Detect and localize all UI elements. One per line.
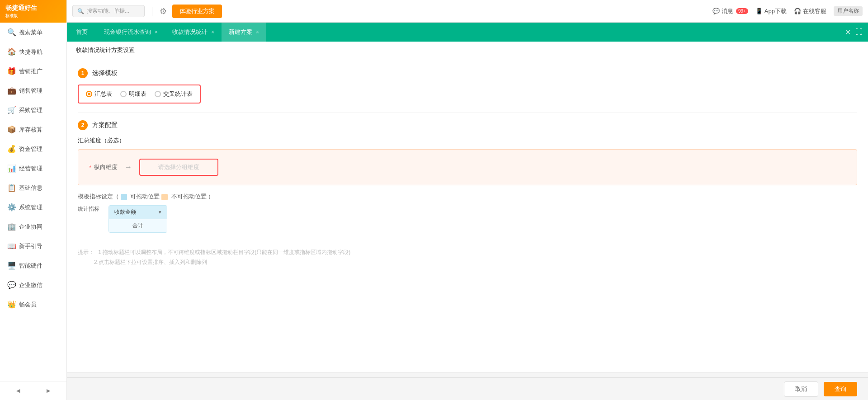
step1-title: 选择模板: [92, 69, 118, 77]
col-sub-text: 合计: [132, 222, 143, 229]
group-dimension-select[interactable]: 请选择分组维度: [139, 159, 218, 176]
tab-home[interactable]: 首页: [67, 23, 97, 42]
tab-bank-flow[interactable]: 现金银行流水查询 ×: [97, 23, 165, 42]
app-icon: 📱: [755, 8, 763, 14]
search-box[interactable]: 🔍 搜索功能、单据...: [72, 5, 145, 17]
sidebar-item-label: 销售管理: [19, 87, 42, 95]
summary-dim-label: 汇总维度（必选）: [78, 137, 125, 144]
sidebar-item-label: 企业微信: [19, 281, 42, 289]
indicator-table-header[interactable]: 收款金额 ▾: [109, 206, 167, 219]
radio-summary[interactable]: 汇总表: [86, 90, 112, 98]
summary-dim-section: 汇总维度（必选） * 纵向维度 → 请选择分组维度: [78, 136, 857, 185]
tab-new-plan-close[interactable]: ×: [256, 29, 259, 35]
sidebar-item-label: 基础信息: [19, 184, 42, 192]
sidebar-collapse-btn[interactable]: ◀: [4, 385, 33, 396]
user-avatar[interactable]: 用户名称: [834, 6, 863, 16]
template-radio-group: 汇总表 明细表 交叉统计表: [86, 90, 193, 98]
indicator-settings-label: 模板指标设定（ 可拖动位置 不可拖动位置 ）: [78, 193, 214, 201]
app-download-item[interactable]: 📱 App下载: [755, 7, 787, 15]
sidebar-item-label: 系统管理: [19, 203, 42, 212]
sidebar-item-basic-info[interactable]: 📋 基础信息: [0, 178, 66, 198]
guide-icon: 📖: [7, 242, 15, 250]
basic-info-icon: 📋: [7, 184, 15, 192]
support-icon: 🎧: [794, 8, 801, 14]
sidebar-item-operations[interactable]: 📊 经营管理: [0, 159, 66, 178]
marketing-icon: 🎁: [7, 67, 15, 75]
col-dropdown-icon[interactable]: ▾: [159, 209, 161, 215]
online-support-item[interactable]: 🎧 在线客服: [794, 7, 826, 15]
tab-home-label: 首页: [76, 28, 88, 36]
sidebar-item-label: 快捷导航: [19, 48, 42, 56]
indicator-table: 收款金额 ▾ 合计: [108, 205, 167, 233]
enterprise-icon: 🏢: [7, 222, 15, 231]
sidebar-item-wechat[interactable]: 💬 企业微信: [0, 275, 66, 295]
sidebar-item-system[interactable]: ⚙️ 系统管理: [0, 198, 66, 217]
tab-collection-stats-close[interactable]: ×: [211, 29, 214, 35]
trial-button[interactable]: 体验行业方案: [172, 5, 222, 18]
logo-sub: 标准版: [5, 13, 37, 19]
message-item[interactable]: 💬 消息 99+: [712, 7, 748, 15]
tab-collection-stats[interactable]: 收款情况统计 ×: [165, 23, 222, 42]
radio-detail-label: 明细表: [129, 90, 146, 98]
sidebar-item-search-menu[interactable]: 🔍 搜索菜单: [0, 23, 66, 42]
sidebar-item-member[interactable]: 👑 畅会员: [0, 295, 66, 314]
search-menu-icon: 🔍: [7, 28, 15, 37]
tip1: 提示： 1.拖动标题栏可以调整布局，不可跨维度或指标区域拖动栏目字段(只能在同一…: [78, 248, 857, 258]
radio-detail[interactable]: 明细表: [120, 90, 146, 98]
cancel-button[interactable]: 取消: [784, 381, 818, 397]
message-label: 消息: [722, 7, 733, 15]
summary-dim-title: 汇总维度（必选）: [78, 136, 857, 145]
tab-new-plan[interactable]: 新建方案 ×: [222, 23, 266, 42]
sidebar-item-label: 采购管理: [19, 106, 42, 114]
sidebar-item-label: 智能硬件: [19, 262, 42, 270]
sidebar-item-label: 新手引导: [19, 242, 42, 250]
sidebar-item-funds[interactable]: 💰 资金管理: [0, 139, 66, 159]
tab-bank-flow-close[interactable]: ×: [155, 29, 158, 35]
step1-section: 1 选择模板 汇总表 明细表: [78, 68, 857, 104]
sidebar-item-marketing[interactable]: 🎁 营销推广: [0, 61, 66, 81]
footer-save-section: 方案保存（可选）: [67, 372, 868, 377]
search-icon: 🔍: [77, 8, 84, 14]
user-name: 用户名称: [837, 8, 859, 14]
search-placeholder-text: 搜索功能、单据...: [87, 7, 129, 15]
inventory-icon: 📦: [7, 125, 15, 134]
sidebar-item-hardware[interactable]: 🖥️ 智能硬件: [0, 256, 66, 275]
app-download-label: App下载: [764, 7, 787, 15]
main-area: 🔍 搜索功能、单据... ⚙ 体验行业方案 💬 消息 99+ 📱 App下载 🎧…: [67, 0, 868, 400]
member-icon: 👑: [7, 300, 15, 309]
radio-cross-label: 交叉统计表: [163, 90, 193, 98]
draggable-badge: [121, 194, 127, 200]
tab-expand-icon[interactable]: ⛶: [855, 28, 863, 36]
sidebar-item-guide[interactable]: 📖 新手引导: [0, 236, 66, 256]
settings-gear-icon[interactable]: ⚙: [160, 6, 167, 16]
sidebar-item-label: 畅会员: [19, 301, 37, 309]
page-header: 收款情况统计方案设置: [67, 42, 868, 59]
sidebar-item-label: 库存核算: [19, 126, 42, 134]
query-button[interactable]: 查询: [824, 382, 857, 396]
indicator-label-row: 模板指标设定（ 可拖动位置 不可拖动位置 ）: [78, 193, 857, 201]
sidebar-item-enterprise[interactable]: 🏢 企业协同: [0, 217, 66, 236]
sidebar-item-label: 营销推广: [19, 67, 42, 75]
radio-cross[interactable]: 交叉统计表: [155, 90, 193, 98]
tab-close-icon[interactable]: ✕: [845, 28, 851, 37]
tabbar: 首页 现金银行流水查询 × 收款情况统计 × 新建方案 × ✕ ⛶: [67, 23, 868, 42]
operations-icon: 📊: [7, 164, 15, 173]
content-area: 收款情况统计方案设置 1 选择模板 汇总表: [67, 42, 868, 377]
sidebar: 畅捷通好生 标准版 🔍 搜索菜单 🏠 快捷导航 🎁 营销推广 💼 销售管理 🛒 …: [0, 0, 67, 400]
sidebar-item-sales[interactable]: 💼 销售管理: [0, 81, 66, 100]
online-support-label: 在线客服: [803, 7, 826, 15]
step1-header: 1 选择模板: [78, 68, 857, 78]
radio-detail-circle: [120, 91, 127, 97]
sidebar-item-quick-nav[interactable]: 🏠 快捷导航: [0, 42, 66, 61]
template-selection-box: 汇总表 明细表 交叉统计表: [78, 85, 201, 104]
wechat-icon: 💬: [7, 281, 15, 289]
sidebar-item-purchase[interactable]: 🛒 采购管理: [0, 100, 66, 120]
indicator-table-cell: 合计: [109, 219, 167, 232]
sidebar-item-label: 经营管理: [19, 165, 42, 173]
step1-number: 1: [78, 68, 88, 78]
sidebar-bottom: ◀ ▶: [0, 381, 66, 400]
sidebar-item-inventory[interactable]: 📦 库存核算: [0, 120, 66, 139]
page-title: 收款情况统计方案设置: [76, 47, 135, 53]
sidebar-expand-btn[interactable]: ▶: [34, 385, 63, 396]
non-draggable-badge: [161, 194, 168, 200]
